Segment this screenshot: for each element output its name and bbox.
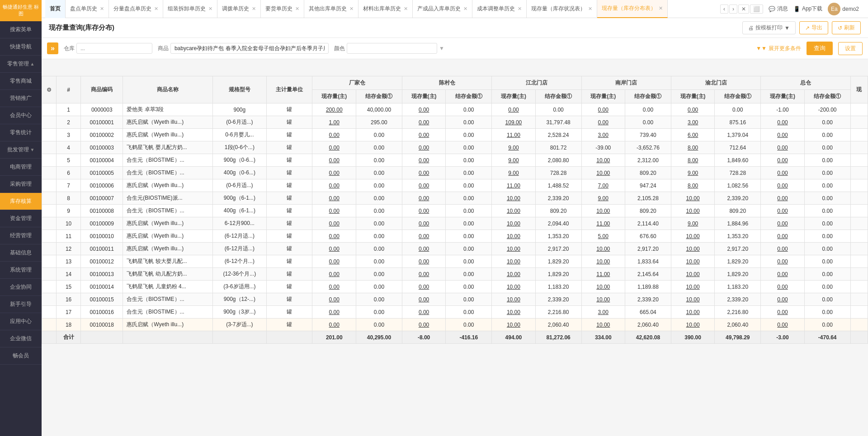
table-cell[interactable]: 8.00: [671, 154, 715, 167]
table-cell[interactable]: 0.00: [402, 268, 446, 281]
settings-button[interactable]: 设置: [838, 42, 863, 55]
table-cell[interactable]: 8.00: [671, 141, 715, 154]
table-cell[interactable]: 10.00: [671, 255, 715, 268]
topbar-tab-7[interactable]: 材料出库单历史✕: [359, 0, 413, 18]
table-cell[interactable]: 10.00: [671, 293, 715, 306]
table-cell[interactable]: 10.00: [492, 205, 536, 217]
table-cell[interactable]: 9.00: [492, 141, 536, 154]
sidebar-item-12[interactable]: 经营管理: [0, 227, 42, 244]
table-cell[interactable]: 0.00: [402, 293, 446, 306]
filter-toggle-btn[interactable]: »: [47, 42, 58, 54]
table-cell[interactable]: 10.00: [492, 319, 536, 331]
sidebar-item-6[interactable]: 零售统计: [0, 124, 42, 141]
table-cell[interactable]: 5.00: [581, 230, 625, 243]
table-cell[interactable]: 9.00: [492, 154, 536, 167]
table-cell[interactable]: 1.00: [312, 116, 356, 129]
table-cell[interactable]: 9.00: [671, 167, 715, 179]
table-cell[interactable]: 10.00: [671, 306, 715, 319]
sidebar-item-3[interactable]: 零售商城: [0, 73, 42, 90]
user-menu[interactable]: Ea demo2: [828, 3, 859, 15]
sidebar-item-4[interactable]: 营销推广: [0, 90, 42, 107]
export-button[interactable]: ↗ 导出: [799, 21, 828, 34]
table-cell[interactable]: 10.00: [492, 306, 536, 319]
table-cell[interactable]: 0.00: [761, 154, 805, 167]
table-cell[interactable]: 10.00: [581, 205, 625, 217]
tab-close-all[interactable]: ✕: [738, 5, 749, 14]
table-cell[interactable]: 0.00: [671, 103, 715, 116]
table-cell[interactable]: 0.00: [402, 154, 446, 167]
close-tab-7[interactable]: ✕: [404, 6, 408, 12]
table-cell[interactable]: 0.00: [402, 217, 446, 230]
sidebar-item-18[interactable]: 企业微信: [0, 330, 42, 347]
table-cell[interactable]: 10.00: [492, 268, 536, 281]
table-cell[interactable]: 10.00: [581, 167, 625, 179]
table-cell[interactable]: 11.00: [492, 179, 536, 192]
table-cell[interactable]: 0.00: [761, 167, 805, 179]
table-cell[interactable]: 10.00: [581, 281, 625, 293]
table-cell[interactable]: 0.00: [312, 319, 356, 331]
table-cell[interactable]: 10.00: [492, 192, 536, 205]
refresh-button[interactable]: ↺ 刷新: [832, 21, 861, 34]
tab-maximize[interactable]: ⬜: [750, 5, 763, 14]
table-cell[interactable]: 10.00: [492, 293, 536, 306]
table-cell[interactable]: 10.00: [492, 230, 536, 243]
table-cell[interactable]: 109.00: [492, 116, 536, 129]
sidebar-item-8[interactable]: 电商管理: [0, 159, 42, 176]
close-tab-3[interactable]: ✕: [208, 6, 212, 12]
table-cell[interactable]: 0.00: [312, 255, 356, 268]
table-cell[interactable]: 10.00: [671, 230, 715, 243]
sidebar-item-5[interactable]: 会员中心: [0, 107, 42, 124]
topbar-tab-2[interactable]: 分量盘点单历史✕: [109, 0, 163, 18]
table-cell[interactable]: 0.00: [581, 103, 625, 116]
table-cell[interactable]: 0.00: [402, 205, 446, 217]
table-cell[interactable]: 0.00: [402, 192, 446, 205]
close-tab-9[interactable]: ✕: [518, 6, 522, 12]
close-tab-8[interactable]: ✕: [463, 6, 467, 12]
tab-scroll-right[interactable]: ›: [729, 5, 737, 14]
table-cell[interactable]: 10.00: [581, 154, 625, 167]
close-tab-2[interactable]: ✕: [154, 6, 158, 12]
table-cell[interactable]: 0.00: [761, 217, 805, 230]
table-cell[interactable]: 0.00: [312, 281, 356, 293]
query-button[interactable]: 查询: [807, 42, 833, 55]
topbar-tab-1[interactable]: 盘点单历史✕: [66, 0, 109, 18]
table-cell[interactable]: 0.00: [312, 217, 356, 230]
table-cell[interactable]: 0.00: [402, 255, 446, 268]
table-cell[interactable]: 0.00: [761, 268, 805, 281]
topbar-tab-3[interactable]: 组装拆卸单历史✕: [163, 0, 217, 18]
close-tab-10[interactable]: ✕: [588, 6, 592, 12]
table-cell[interactable]: 0.00: [761, 179, 805, 192]
topbar-tab-0[interactable]: 首页: [45, 0, 66, 18]
expand-more-btn[interactable]: ▼▼ 展开更多条件: [756, 45, 801, 52]
sidebar-item-9[interactable]: 采购管理: [0, 176, 42, 193]
table-cell[interactable]: 0.00: [402, 103, 446, 116]
table-cell[interactable]: 0.00: [402, 116, 446, 129]
close-tab-5[interactable]: ✕: [295, 6, 299, 12]
topbar-tab-9[interactable]: 成本调整单历史✕: [472, 0, 527, 18]
sidebar-item-17[interactable]: 应用中心: [0, 313, 42, 330]
table-cell[interactable]: 3.00: [671, 116, 715, 129]
sidebar-item-15[interactable]: 企业协同: [0, 279, 42, 296]
table-cell[interactable]: 10.00: [492, 255, 536, 268]
table-cell[interactable]: 0.00: [761, 141, 805, 154]
table-cell[interactable]: 0.00: [761, 192, 805, 205]
table-cell[interactable]: 10.00: [671, 268, 715, 281]
sidebar-item-2[interactable]: 零售管理 ▲: [0, 56, 42, 73]
table-cell[interactable]: 0.00: [402, 141, 446, 154]
table-cell[interactable]: 0.00: [312, 167, 356, 179]
table-cell[interactable]: 0.00: [761, 129, 805, 141]
table-cell[interactable]: 0.00: [761, 230, 805, 243]
tab-scroll-left[interactable]: ‹: [720, 5, 728, 14]
table-cell[interactable]: 0.00: [761, 293, 805, 306]
table-cell[interactable]: 0.00: [402, 243, 446, 255]
topbar-tab-6[interactable]: 其他出库单历史✕: [304, 0, 359, 18]
table-cell[interactable]: 0.00: [402, 281, 446, 293]
table-cell[interactable]: 11.00: [581, 217, 625, 230]
sidebar-item-10[interactable]: 库存核算: [0, 193, 42, 210]
table-cell[interactable]: 0.00: [761, 319, 805, 331]
table-cell[interactable]: 0.00: [312, 205, 356, 217]
table-cell[interactable]: 0.00: [761, 205, 805, 217]
table-cell[interactable]: 200.00: [312, 103, 356, 116]
table-cell[interactable]: 0.00: [312, 192, 356, 205]
table-cell[interactable]: 0.00: [402, 306, 446, 319]
